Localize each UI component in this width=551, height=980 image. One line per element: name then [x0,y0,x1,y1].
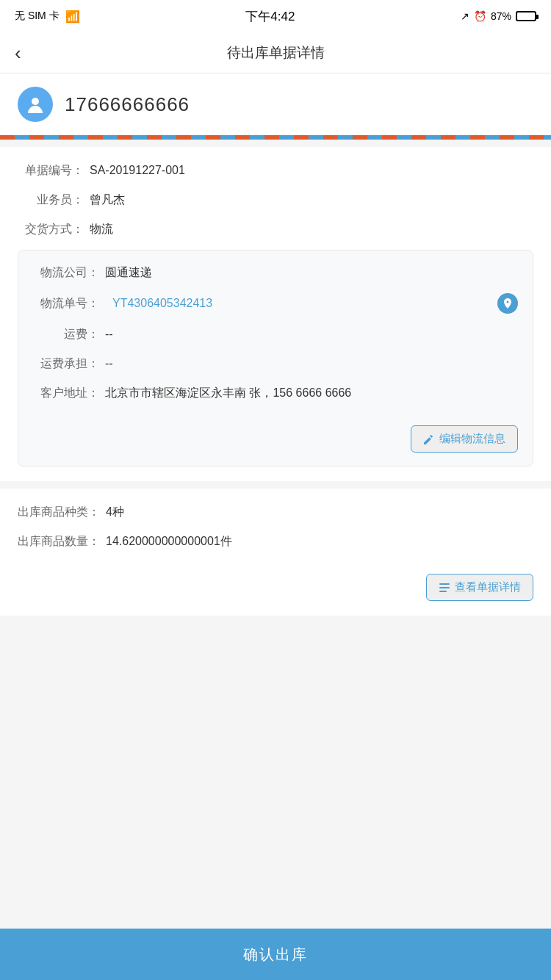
edit-logistics-button[interactable]: 编辑物流信息 [411,425,518,453]
address-label: 客户地址： [33,384,99,402]
svg-rect-3 [439,591,447,592]
wifi-icon: 📶 [65,10,80,24]
address-value: 北京市市辖区海淀区永丰南 张，156 6666 6666 [105,384,518,402]
logistics-section: 物流公司： 圆通速递 物流单号： YT4306405342413 运费： -- … [18,250,533,466]
status-left: 无 SIM 卡 📶 [15,10,80,24]
goods-quantity-value: 14.620000000000001件 [106,533,533,550]
freight-label: 运费： [33,325,99,343]
freight-bear-label: 运费承担： [33,355,99,372]
logistics-tracking-row: 物流单号： YT4306405342413 [33,293,518,314]
status-bar: 无 SIM 卡 📶 下午4:42 ↗ ⏰ 87% [0,0,551,32]
freight-bear-value: -- [105,355,518,372]
doc-number-value: SA-20191227-001 [90,162,533,179]
document-section: 单据编号： SA-20191227-001 业务员： 曾凡杰 交货方式： 物流 … [0,147,551,481]
delivery-value: 物流 [90,220,533,238]
confirm-label: 确认出库 [243,945,308,965]
logistics-tracking-value: YT4306405342413 [112,295,490,312]
svg-rect-1 [439,583,450,585]
dashed-divider [0,135,551,140]
avatar [18,87,53,122]
no-sim-text: 无 SIM 卡 [15,10,60,23]
battery-percent: 87% [491,10,511,22]
delivery-label: 交货方式： [18,220,84,238]
bottom-space [0,616,551,763]
view-detail-button[interactable]: 查看单据详情 [426,574,533,601]
logistics-company-value: 圆通速递 [105,264,518,281]
salesman-row: 业务员： 曾凡杰 [18,191,533,209]
battery-icon [516,11,536,21]
goods-section: 出库商品种类： 4种 出库商品数量： 14.620000000000001件 查… [0,489,551,616]
goods-types-label: 出库商品种类： [18,503,100,521]
freight-row: 运费： -- [33,325,518,343]
goods-types-value: 4种 [106,503,533,521]
goods-quantity-row: 出库商品数量： 14.620000000000001件 [18,533,533,550]
freight-value: -- [105,325,518,343]
confirm-button[interactable]: 确认出库 [0,929,551,980]
back-button[interactable]: ‹ [15,43,21,62]
doc-number-label: 单据编号： [18,162,84,179]
goods-types-row: 出库商品种类： 4种 [18,503,533,521]
nav-bar: ‹ 待出库单据详情 [0,32,551,73]
customer-header: 17666666666 [0,73,551,135]
location-icon: ↗ [461,10,469,22]
clock-icon: ⏰ [474,10,486,22]
status-time: 下午4:42 [245,8,295,25]
customer-phone: 17666666666 [65,93,190,116]
svg-point-0 [32,98,39,105]
document-number-row: 单据编号： SA-20191227-001 [18,162,533,179]
salesman-label: 业务员： [18,191,84,209]
location-pin-button[interactable] [497,293,518,314]
goods-quantity-label: 出库商品数量： [18,533,100,550]
address-row: 客户地址： 北京市市辖区海淀区永丰南 张，156 6666 6666 [33,384,518,402]
logistics-company-label: 物流公司： [33,264,99,281]
view-detail-label: 查看单据详情 [455,580,521,594]
page-title: 待出库单据详情 [227,43,325,62]
logistics-tracking-label: 物流单号： [33,295,99,312]
status-right: ↗ ⏰ 87% [461,10,536,22]
svg-rect-2 [439,587,450,588]
edit-logistics-label: 编辑物流信息 [439,432,505,446]
delivery-row: 交货方式： 物流 [18,220,533,238]
freight-bear-row: 运费承担： -- [33,355,518,372]
salesman-value: 曾凡杰 [90,191,533,209]
logistics-company-row: 物流公司： 圆通速递 [33,264,518,281]
